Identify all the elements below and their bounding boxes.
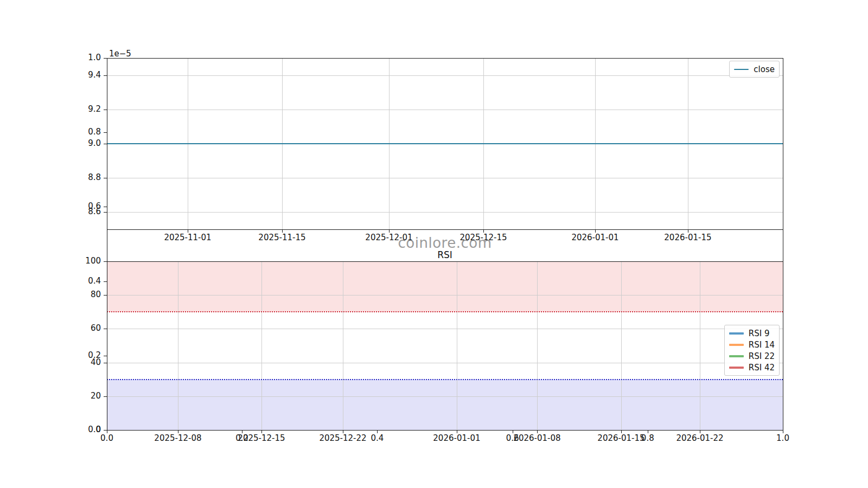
price-x-tick-label: 2025-12-15 [459, 233, 507, 242]
overbought-zone [107, 261, 783, 312]
y-tick-mark [104, 110, 107, 110]
rsi-x-tick-label: 2026-01-15 [597, 433, 644, 443]
v-gridline [261, 261, 262, 430]
legend-label: RSI 42 [749, 363, 775, 373]
overlay-x-tick-label: 1.0 [776, 433, 789, 443]
price-x-tick-label: 2026-01-15 [664, 233, 711, 242]
legend-label: RSI 9 [749, 329, 770, 338]
overlay-y-tick-label: 0.8 [66, 127, 101, 137]
price-y-tick-label: 9.0 [66, 138, 101, 148]
overlay-x-tick-label: 0.8 [641, 433, 654, 443]
rsi-x-tick-label: 2026-01-01 [433, 433, 480, 443]
oversold-zone [107, 380, 783, 430]
y-tick-mark [104, 75, 107, 76]
overlay-y-tick-label: 0.0 [66, 425, 101, 434]
price-x-tick-label: 2025-11-15 [258, 233, 305, 242]
overlay-x-tick-label: 0.4 [371, 433, 384, 443]
legend-item: RSI 42 [729, 362, 775, 373]
h-gridline [107, 363, 783, 363]
h-gridline [107, 396, 783, 397]
y-tick-mark [104, 295, 107, 296]
legend-item: RSI 22 [729, 350, 775, 362]
y-tick-mark [104, 261, 107, 262]
price-y-tick-label: 8.8 [66, 172, 101, 182]
legend-line-swatch [729, 344, 744, 346]
y-tick-mark [104, 178, 107, 178]
legend-label: RSI 22 [749, 351, 775, 361]
threshold-line-30 [107, 379, 783, 380]
price-x-tick-label: 2025-12-01 [365, 233, 412, 242]
series-line-close [107, 143, 783, 144]
overlay-y-tick-label: 1.0 [66, 53, 101, 62]
h-gridline [107, 178, 783, 178]
h-gridline [107, 212, 783, 213]
h-gridline [107, 110, 783, 110]
rsi-y-tick-label: 100 [66, 256, 101, 266]
legend-line-swatch [729, 355, 744, 357]
overlay-axes-frame [107, 58, 783, 431]
y-tick-mark [104, 58, 107, 59]
legend-label: RSI 14 [749, 340, 775, 350]
h-gridline [107, 261, 783, 262]
h-gridline [107, 75, 783, 76]
rsi-x-tick-label: 2026-01-08 [513, 433, 560, 443]
figure: 1e−5 coinlore.com RSI 9.49.29.08.88.6202… [0, 0, 868, 488]
overlay-y-tick-label: 0.6 [66, 201, 101, 211]
rsi-x-tick-label: 2025-12-08 [154, 433, 201, 443]
rsi-legend: RSI 9RSI 14RSI 22RSI 42 [724, 325, 780, 376]
y-tick-mark [104, 132, 107, 133]
h-gridline [107, 430, 783, 431]
y-tick-mark [104, 144, 107, 144]
v-gridline [537, 261, 538, 430]
y-tick-mark [104, 356, 107, 356]
y-tick-mark [104, 329, 107, 329]
legend-item: close [734, 63, 775, 75]
v-gridline [700, 261, 700, 430]
y-tick-mark [104, 281, 107, 282]
overlay-x-tick-label: 0.6 [506, 433, 519, 443]
legend-item: RSI 14 [729, 339, 775, 350]
chart-root: 9.49.29.08.88.62025-11-012025-11-152025-… [0, 0, 868, 488]
y-tick-mark [104, 363, 107, 363]
legend-item: RSI 9 [729, 328, 775, 339]
v-gridline [621, 261, 622, 430]
legend-line-swatch [734, 69, 749, 70]
legend-label: close [754, 65, 775, 74]
y-tick-mark [104, 212, 107, 213]
price-x-tick-label: 2026-01-01 [571, 233, 618, 242]
overlay-y-tick-label: 0.4 [66, 276, 101, 286]
y-tick-mark [104, 207, 107, 207]
rsi-x-tick-label: 2025-12-22 [319, 433, 366, 443]
h-gridline [107, 329, 783, 329]
h-gridline [107, 295, 783, 296]
price-y-tick-label: 9.2 [66, 104, 101, 114]
rsi-y-tick-label: 20 [66, 391, 101, 401]
overlay-y-tick-label: 0.2 [66, 350, 101, 360]
threshold-line-70 [107, 311, 783, 312]
v-gridline [178, 261, 178, 430]
rsi-x-tick-label: 2026-01-22 [676, 433, 723, 443]
overlay-x-tick-label: 0.0 [100, 433, 113, 443]
price-legend: close [729, 61, 780, 78]
price-x-tick-label: 2025-11-01 [164, 233, 211, 242]
overlay-x-tick-label: 0.2 [235, 433, 248, 443]
legend-line-swatch [729, 332, 744, 335]
price-y-tick-label: 9.4 [66, 70, 101, 80]
legend-line-swatch [729, 367, 744, 369]
v-gridline [343, 261, 343, 430]
rsi-y-tick-label: 80 [66, 290, 101, 299]
y-tick-mark [104, 396, 107, 397]
rsi-y-tick-label: 60 [66, 323, 101, 333]
v-gridline [457, 261, 457, 430]
